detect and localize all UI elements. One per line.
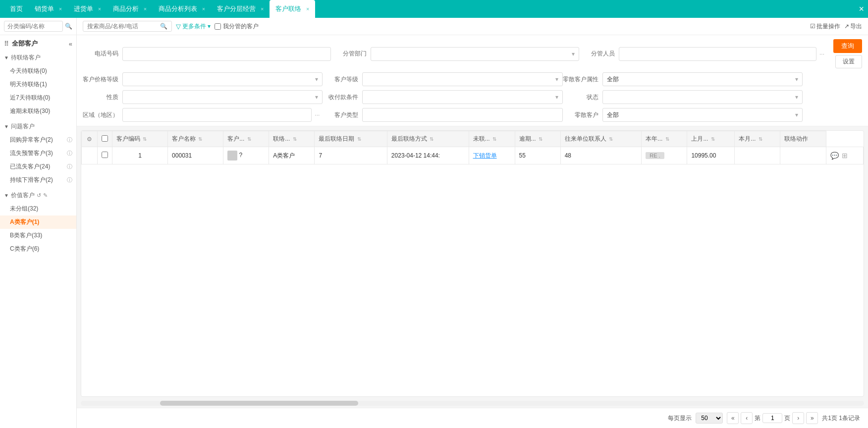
manager-dots-icon[interactable]: ···: [816, 51, 827, 57]
dept-select[interactable]: ▾: [371, 47, 579, 61]
more-filter-button[interactable]: ▽ 更多条件 ▾: [176, 22, 211, 31]
manager-select[interactable]: [619, 47, 816, 61]
sort-contact2-icon[interactable]: ⇅: [609, 136, 613, 142]
toolbar: 🔍 ▽ 更多条件 ▾ 我分管的客户 ☑ 批量操作 ↗ 导出: [77, 18, 868, 35]
sidebar-section-value-title[interactable]: ▼ 价值客户 ↺ ✎: [0, 189, 76, 202]
sort-thismonth-icon[interactable]: ⇅: [759, 136, 762, 142]
sidebar-search-icon[interactable]: 🔍: [65, 23, 72, 30]
sidebar-section-problem-title[interactable]: ▼ 问题客户: [0, 120, 76, 133]
nature-label: 性质: [83, 93, 122, 102]
sidebar-item-churned[interactable]: 已流失客户(24) ⓘ: [0, 160, 76, 173]
sidebar-item-class-b[interactable]: B类客户(33): [0, 229, 76, 242]
phone-label: 电话号码: [83, 50, 122, 58]
toolbar-search-input[interactable]: [87, 23, 160, 30]
row-checkbox[interactable]: [102, 152, 108, 158]
close-purchase-tab-icon[interactable]: ×: [98, 6, 101, 12]
more-action-icon[interactable]: ⊞: [842, 152, 848, 160]
region-dots-icon[interactable]: ···: [312, 111, 323, 118]
customer-table: ⚙ 客户编码 ⇅ 客户名称 ⇅ 客户...: [81, 131, 864, 164]
customer-type-input[interactable]: [362, 108, 562, 122]
sort-thisyear-icon[interactable]: ⇅: [665, 136, 669, 142]
chevron-down-icon: ▾: [572, 51, 575, 57]
my-customer-checkbox[interactable]: [215, 23, 221, 30]
customer-avatar: [227, 151, 237, 160]
nav-tab-customer-tier[interactable]: 客户分层经营 ×: [211, 0, 270, 18]
nav-tab-product-list[interactable]: 商品分析列表 ×: [153, 0, 211, 18]
close-all-button[interactable]: ×: [859, 4, 864, 14]
retail-customer-label: 零散客户: [563, 111, 602, 119]
sort-method-icon[interactable]: ⇅: [430, 136, 434, 142]
payment-select[interactable]: ▾: [362, 90, 562, 104]
sort-date-icon[interactable]: ⇅: [357, 136, 361, 142]
filter-manager: 分管人员 ···: [579, 47, 827, 61]
sidebar-item-unclassified[interactable]: 未分组(32): [0, 202, 76, 215]
row-last-date: 2023-04-12 14:44:: [387, 147, 469, 164]
page-label: 第: [755, 414, 760, 423]
sidebar-item-overdue[interactable]: 逾期未联络(30): [0, 105, 76, 118]
export-button[interactable]: ↗ 导出: [844, 22, 862, 31]
chat-action-icon[interactable]: 💬: [830, 152, 839, 160]
next-page-button[interactable]: ›: [792, 412, 804, 424]
close-customer-tier-tab-icon[interactable]: ×: [261, 6, 264, 12]
last-page-button[interactable]: »: [806, 412, 818, 424]
retail-customer-select[interactable]: 全部 ▾: [602, 108, 803, 122]
row-contact2: RE .: [642, 147, 687, 164]
sort-lastmonth-icon[interactable]: ⇅: [711, 136, 715, 142]
sidebar-item-class-a[interactable]: A类客户(1): [0, 215, 76, 229]
page-input[interactable]: [762, 413, 782, 423]
toolbar-search-icon[interactable]: 🔍: [160, 23, 167, 30]
customer-level-select[interactable]: ▾: [362, 72, 562, 86]
sidebar-collapse-icon[interactable]: «: [69, 40, 72, 48]
status-select[interactable]: ▾: [602, 90, 803, 104]
sidebar-search-input[interactable]: [4, 21, 63, 32]
sidebar-item-abnormal-repurchase[interactable]: 回购异常客户(2) ⓘ: [0, 133, 76, 147]
sidebar-item-today[interactable]: 今天待联络(0): [0, 64, 76, 78]
filter-row-2: 客户价格等级 ▾ 客户等级 ▾ 零散客户属性 全部: [83, 72, 862, 86]
prev-page-button[interactable]: ‹: [741, 412, 753, 424]
first-page-button[interactable]: «: [727, 412, 739, 424]
region-select[interactable]: [122, 108, 312, 122]
close-product-list-tab-icon[interactable]: ×: [202, 6, 205, 12]
nav-home[interactable]: 首页: [4, 0, 29, 18]
sidebar-item-tomorrow[interactable]: 明天待联络(1): [0, 78, 76, 91]
horizontal-scrollbar[interactable]: [81, 401, 864, 406]
nav-tab-customer-contact[interactable]: 客户联络 ×: [270, 0, 315, 18]
close-sales-tab-icon[interactable]: ×: [59, 6, 62, 12]
price-level-select[interactable]: ▾: [122, 72, 323, 86]
batch-operation-button[interactable]: ☑ 批量操作: [810, 22, 840, 31]
select-all-checkbox[interactable]: [102, 135, 108, 142]
close-product-tab-icon[interactable]: ×: [144, 6, 147, 12]
nav-tab-product-analysis[interactable]: 商品分析 ×: [107, 0, 153, 18]
last-method-link[interactable]: 下销货单: [473, 152, 497, 159]
nav-tab-sales[interactable]: 销货单 ×: [29, 0, 68, 18]
settings-column-header[interactable]: ⚙: [82, 131, 98, 147]
refresh-icon[interactable]: ↺: [37, 192, 41, 199]
sidebar-item-7days[interactable]: 近7天待联络(0): [0, 91, 76, 105]
row-overdue: 48: [560, 147, 642, 164]
scrollbar-thumb[interactable]: [160, 401, 358, 406]
sort-name-icon[interactable]: ⇅: [198, 136, 202, 142]
nav-tab-purchase[interactable]: 进货单 ×: [68, 0, 107, 18]
checkbox-column-header: [98, 131, 112, 147]
my-customer-checkbox-area[interactable]: 我分管的客户: [215, 22, 259, 31]
sort-nocontact-icon[interactable]: ⇅: [492, 136, 496, 142]
sort-level-icon[interactable]: ⇅: [247, 136, 251, 142]
edit-icon[interactable]: ✎: [43, 192, 48, 199]
query-button[interactable]: 查询: [833, 39, 862, 53]
sort-contact-icon[interactable]: ⇅: [293, 136, 297, 142]
retail-attr-select[interactable]: 全部 ▾: [602, 72, 803, 86]
sidebar-section-value: ▼ 价值客户 ↺ ✎ 未分组(32) A类客户(1) B类客户(33) C类客户…: [0, 188, 76, 257]
sort-overdue-icon[interactable]: ⇅: [539, 136, 542, 142]
nature-select[interactable]: ▾: [122, 90, 323, 104]
close-customer-contact-tab-icon[interactable]: ×: [306, 6, 309, 12]
sidebar-section-pending-title[interactable]: ▼ 待联络客户: [0, 51, 76, 64]
sort-code-icon[interactable]: ⇅: [143, 136, 147, 142]
sidebar-search-area: 🔍: [0, 18, 76, 35]
sidebar-item-churn-warning[interactable]: 流失预警客户(3) ⓘ: [0, 147, 76, 160]
sidebar-item-declining[interactable]: 持续下滑客户(2) ⓘ: [0, 173, 76, 187]
settings-button[interactable]: 设置: [835, 55, 862, 68]
info-icon: ⓘ: [67, 163, 72, 170]
sidebar-item-class-c[interactable]: C类客户(6): [0, 242, 76, 256]
page-size-select[interactable]: 50 100 200: [696, 413, 723, 424]
phone-input[interactable]: [122, 47, 331, 61]
